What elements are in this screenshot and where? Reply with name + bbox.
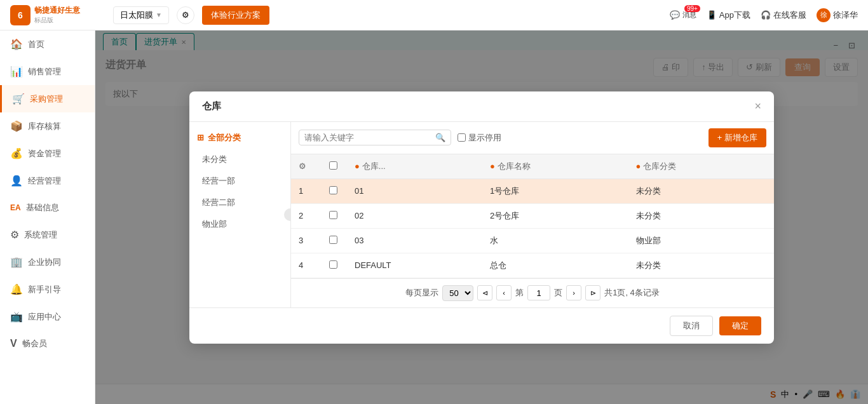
sidebar-item-label: 首页 [28,39,44,50]
user-menu-btn[interactable]: 徐 徐泽华 [817,8,858,22]
row-checkbox[interactable] [329,236,337,244]
category-item-ops1[interactable]: 经营一部 [189,170,290,192]
search-input[interactable] [304,133,431,142]
online-service-btn[interactable]: 🎧 在线客服 [761,10,806,21]
headset-icon: 🎧 [761,10,771,20]
cancel-btn[interactable]: 取消 [670,316,713,336]
sidebar-item-enterprise[interactable]: 🏢 企业协同 [0,248,95,276]
page-first-btn[interactable]: ⊲ [477,285,492,300]
all-category-label: 全部分类 [208,132,241,144]
row-checkbox-cell [322,228,347,253]
category-item-property[interactable]: 物业部 [189,213,290,235]
sidebar-item-app-center[interactable]: 📺 应用中心 [0,303,95,330]
sidebar-item-label: 销售管理 [28,66,61,77]
sidebar-item-label: 畅会员 [22,338,47,349]
page-prev-btn[interactable]: ‹ [496,285,512,300]
sidebar-item-basic-info[interactable]: EA 基础信息 [0,194,95,221]
category-item-ops2[interactable]: 经营二部 [189,192,290,213]
guide-icon: 🔔 [10,283,23,295]
category-all-btn[interactable]: ⊞ 全部分类 [189,127,290,149]
row-checkbox[interactable] [329,186,337,194]
page-next-btn[interactable]: › [566,285,581,300]
top-header: 6 畅捷通好生意 标品版 日太阳膜 ▼ ⚙ 体验行业方案 💬 消息 99+ 📱 … [0,0,868,30]
row-name: 2号仓库 [482,203,628,228]
total-info: 共1页, 4条记录 [604,287,660,299]
sidebar-item-finance[interactable]: 💰 资金管理 [0,140,95,167]
warehouse-modal: 仓库 × ⊞ 全部分类 未分类 经营一 [189,91,774,344]
sidebar-item-label: 库存核算 [28,121,61,132]
modal-close-btn[interactable]: × [754,100,761,112]
table-row[interactable]: 2 02 2号仓库 未分类 [291,203,774,228]
sidebar-item-home[interactable]: 🏠 首页 [0,30,95,58]
message-icon: 💬 [670,10,680,20]
header-right: 💬 消息 99+ 📱 App下载 🎧 在线客服 徐 徐泽华 [670,8,858,22]
sidebar-item-sales[interactable]: 📊 销售管理 [0,58,95,85]
table-row[interactable]: 4 DEFAULT 总仓 未分类 [291,253,774,278]
sidebar-item-system[interactable]: ⚙ 系统管理 [0,221,95,248]
sidebar-item-member[interactable]: V 畅会员 [0,330,95,357]
modal-body: ⊞ 全部分类 未分类 经营一部 经营二部 物业部 [189,122,774,307]
user-name: 徐泽华 [833,10,858,21]
sidebar-item-inventory[interactable]: 📦 库存核算 [0,112,95,140]
table-panel: 🔍 显示停用 + 新增仓库 [291,122,774,307]
category-panel: ⊞ 全部分类 未分类 经营一部 经营二部 物业部 [189,122,291,307]
th-category: ● 仓库分类 [628,154,775,179]
modal-overlay: 仓库 × ⊞ 全部分类 未分类 经营一 [95,30,868,404]
purchase-icon: 🛒 [12,93,25,105]
th-checkbox [322,154,347,179]
row-name: 总仓 [482,253,628,278]
sidebar-item-guide[interactable]: 🔔 新手引导 [0,276,95,303]
home-icon: 🏠 [10,38,23,50]
page-last-btn[interactable]: ⊳ [585,285,600,300]
row-checkbox-cell [322,178,347,203]
settings-icon: ⚙ [299,161,306,171]
search-icon: 🔍 [435,133,445,142]
sort-icon: ● [636,161,641,171]
settings-icon-btn[interactable]: ⚙ [177,6,194,24]
sidebar-item-label: 系统管理 [24,229,57,241]
row-checkbox[interactable] [329,211,337,219]
app-download-btn[interactable]: 📱 App下载 [707,10,750,21]
per-page-label: 每页显示 [405,287,438,299]
row-name: 水 [482,228,628,253]
table-row[interactable]: 1 01 1号仓库 未分类 [291,178,774,203]
page-number-input[interactable] [527,285,550,300]
select-all-checkbox[interactable] [329,161,337,170]
row-number: 1 [291,178,322,203]
sidebar-item-label: 经营管理 [28,175,61,187]
page-label: 第 [515,287,524,299]
confirm-btn[interactable]: 确定 [719,316,761,335]
table-row[interactable]: 3 03 水 物业部 [291,228,774,253]
sort-icon: ● [355,161,360,171]
main-layout: 🏠 首页 📊 销售管理 🛒 采购管理 📦 库存核算 💰 资金管理 👤 经营管理 … [0,30,868,404]
chevron-down-icon: ▼ [156,11,162,18]
search-input-wrap: 🔍 [299,130,451,145]
notification-btn[interactable]: 💬 消息 99+ [670,10,696,20]
th-code: ● 仓库... [347,154,482,179]
add-warehouse-btn[interactable]: + 新增仓库 [709,128,766,147]
per-page-select[interactable]: 50 [442,285,473,301]
sidebar-item-label: 基础信息 [26,202,59,213]
sidebar-item-label: 企业协同 [28,257,61,268]
logo-main-text: 畅捷通好生意 [34,5,80,16]
sidebar-item-operations[interactable]: 👤 经营管理 [0,167,95,194]
pagination-bar: 每页显示 50 ⊲ ‹ 第 页 › ⊳ 共1页, 4条记录 [291,278,774,307]
store-selector[interactable]: 日太阳膜 ▼ [113,6,169,24]
row-checkbox[interactable] [329,260,337,269]
category-item-unclassified[interactable]: 未分类 [189,149,290,170]
row-code: 03 [347,228,482,253]
store-name: 日太阳膜 [120,10,153,21]
trial-btn[interactable]: 体验行业方案 [202,6,269,25]
basic-info-icon: EA [10,203,21,212]
th-gear: ⚙ [291,154,322,179]
show-disabled-checkbox[interactable]: 显示停用 [458,132,501,144]
sidebar-item-label: 新手引导 [28,284,61,295]
row-code: 01 [347,178,482,203]
show-disabled-check[interactable] [458,133,466,142]
sidebar-item-purchase[interactable]: 🛒 采购管理 [0,85,95,112]
notification-badge: 99+ [684,5,700,12]
logo-sub-text: 标品版 [34,16,80,25]
enterprise-icon: 🏢 [10,256,23,268]
modal-footer: 取消 确定 [189,307,774,344]
table-toolbar: 🔍 显示停用 + 新增仓库 [291,122,774,154]
